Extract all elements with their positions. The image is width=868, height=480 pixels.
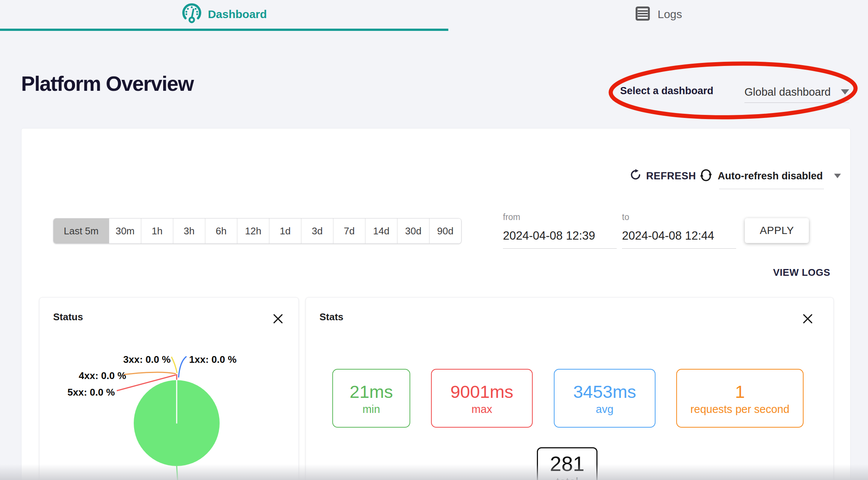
close-icon[interactable] bbox=[801, 312, 815, 326]
pie-label-4xx: 4xx: 0.0 % bbox=[79, 370, 126, 381]
refresh-button[interactable]: REFRESH bbox=[627, 168, 698, 184]
chevron-down-icon bbox=[834, 174, 841, 178]
status-pie-chart: 3xx: 0.0 % 1xx: 0.0 % 4xx: 0.0 % 5xx: 0.… bbox=[40, 298, 298, 480]
time-range-14d[interactable]: 14d bbox=[365, 219, 397, 243]
chevron-down-icon bbox=[841, 89, 849, 95]
tab-logs[interactable]: Logs bbox=[448, 0, 868, 29]
stat-min-label: min bbox=[362, 403, 380, 416]
from-date-field[interactable]: from 2024-04-08 12:39 bbox=[503, 212, 617, 249]
time-range-12h[interactable]: 12h bbox=[237, 219, 269, 243]
from-value: 2024-04-08 12:39 bbox=[503, 229, 617, 243]
dashboard-select-value: Global dashboard bbox=[744, 86, 831, 98]
tab-logs-label: Logs bbox=[657, 8, 682, 21]
stats-card: Stats 21ms min 9001ms max 3453ms avg 1 bbox=[306, 297, 834, 480]
tab-dashboard[interactable]: Dashboard bbox=[0, 0, 448, 29]
auto-refresh-label: Auto-refresh disabled bbox=[718, 170, 823, 182]
stat-max-label: max bbox=[472, 403, 492, 416]
auto-refresh-icon bbox=[700, 169, 712, 183]
stat-max-value: 9001ms bbox=[450, 381, 513, 402]
auto-refresh-dropdown[interactable]: Auto-refresh disabled bbox=[700, 168, 841, 184]
dashboard-select-label: Select a dashboard bbox=[620, 85, 714, 97]
time-range-1d[interactable]: 1d bbox=[269, 219, 301, 243]
gauge-icon bbox=[182, 3, 202, 26]
apply-button[interactable]: APPLY bbox=[745, 218, 809, 243]
time-range-1h[interactable]: 1h bbox=[141, 219, 173, 243]
stat-max: 9001ms max bbox=[431, 369, 533, 428]
pie-label-3xx: 3xx: 0.0 % bbox=[123, 354, 171, 365]
view-logs-link[interactable]: VIEW LOGS bbox=[771, 266, 833, 279]
auto-refresh-underline bbox=[719, 189, 824, 189]
refresh-icon bbox=[630, 169, 642, 183]
stat-min-value: 21ms bbox=[350, 381, 393, 402]
refresh-label: REFRESH bbox=[646, 170, 696, 182]
stat-total: 281 total bbox=[537, 447, 598, 480]
pie-label-5xx: 5xx: 0.0 % bbox=[67, 387, 115, 398]
stat-rps: 1 requests per second bbox=[676, 369, 804, 428]
stat-min: 21ms min bbox=[332, 369, 410, 428]
to-label: to bbox=[622, 212, 736, 222]
tab-dashboard-label: Dashboard bbox=[208, 8, 267, 21]
time-range-3h[interactable]: 3h bbox=[173, 219, 205, 243]
time-range-group: Last 5m30m1h3h6h12h1d3d7d14d30d90d bbox=[53, 218, 462, 244]
stat-rps-value: 1 bbox=[735, 381, 745, 402]
time-range-30d[interactable]: 30d bbox=[397, 219, 429, 243]
stat-rps-label: requests per second bbox=[691, 403, 790, 416]
time-range-30m[interactable]: 30m bbox=[109, 219, 141, 243]
to-value: 2024-04-08 12:44 bbox=[622, 229, 736, 243]
screen: Dashboard Logs Platform Overview Select … bbox=[0, 0, 868, 480]
time-range-6h[interactable]: 6h bbox=[205, 219, 237, 243]
from-label: from bbox=[503, 212, 617, 222]
pie-label-1xx: 1xx: 0.0 % bbox=[189, 354, 237, 365]
time-range-3d[interactable]: 3d bbox=[301, 219, 333, 243]
active-tab-indicator bbox=[0, 29, 448, 31]
time-range-7d[interactable]: 7d bbox=[333, 219, 365, 243]
dashboard-select-dropdown[interactable]: Global dashboard bbox=[744, 81, 849, 103]
stat-total-value: 281 bbox=[550, 453, 585, 475]
to-date-field[interactable]: to 2024-04-08 12:44 bbox=[622, 212, 736, 249]
time-range-90d[interactable]: 90d bbox=[429, 219, 461, 243]
stat-total-label: total bbox=[556, 475, 578, 480]
status-card: Status 3xx: 0.0 % 1xx: 0.0 % 4xx: 0.0 % … bbox=[39, 297, 299, 480]
stat-avg-value: 3453ms bbox=[573, 381, 636, 402]
stats-card-title: Stats bbox=[319, 311, 344, 323]
stat-avg: 3453ms avg bbox=[554, 369, 656, 428]
page-title: Platform Overview bbox=[21, 72, 193, 96]
list-icon bbox=[634, 5, 651, 24]
time-range-last-5m[interactable]: Last 5m bbox=[53, 219, 109, 243]
dashboard-panel: REFRESH Auto-refresh disabled Last 5m30m… bbox=[21, 128, 851, 480]
stat-avg-label: avg bbox=[596, 403, 614, 416]
